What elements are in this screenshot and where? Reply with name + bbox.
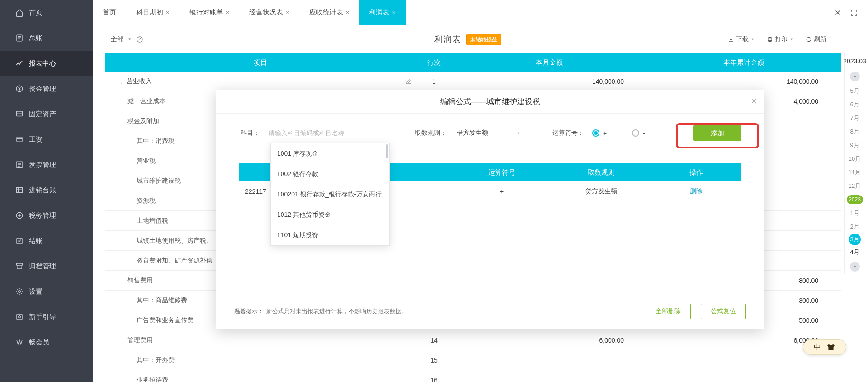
download-button[interactable]: 下载 <box>728 35 755 43</box>
modal-close-button[interactable]: × <box>751 96 757 107</box>
month-item[interactable]: 10月 <box>847 152 863 166</box>
tab-home[interactable]: 首页 <box>93 0 126 25</box>
month-item[interactable]: 12月 <box>847 179 863 193</box>
print-icon <box>767 36 773 43</box>
col-header-item: 项目 <box>105 58 416 67</box>
svg-rect-2 <box>16 111 23 116</box>
sidebar-item-ledger[interactable]: 总账 <box>0 25 93 51</box>
footer-actions: 全部删除 公式复位 <box>646 304 746 319</box>
sidebar-item-label: 固定资产 <box>29 110 56 119</box>
add-button[interactable]: 添加 <box>693 125 741 141</box>
shirt-icon <box>826 344 835 351</box>
table-row: 管理费用146,000.006,000.00 <box>105 330 841 350</box>
sidebar-item-label: 结账 <box>29 237 42 245</box>
close-all-icon[interactable] <box>834 9 842 17</box>
scroll-up-icon[interactable] <box>850 72 860 81</box>
funds-icon <box>14 85 25 93</box>
tab-operating-status[interactable]: 经营状况表× <box>239 0 299 25</box>
tab-bank-statement[interactable]: 银行对账单× <box>179 0 240 25</box>
month-item[interactable]: 7月 <box>847 111 863 125</box>
scroll-down-icon[interactable] <box>850 262 860 272</box>
current-period: 2023.03 <box>843 53 867 69</box>
subject-input[interactable] <box>268 126 381 140</box>
print-button[interactable]: 打印 <box>767 35 794 43</box>
dropdown-item[interactable]: 1101 短期投资 <box>271 225 389 245</box>
close-icon[interactable]: × <box>286 9 289 16</box>
topbar-right-controls <box>834 0 868 25</box>
dropdown-item[interactable]: 100201 银行存款_银行存款-万安商行 <box>271 184 389 205</box>
operator-label: 运算符号： <box>552 129 584 137</box>
operator-minus-radio[interactable]: - <box>632 129 645 137</box>
svg-rect-11 <box>17 314 22 320</box>
sidebar-item-label: 设置 <box>29 287 42 296</box>
tab-subject-initial[interactable]: 科目期初× <box>126 0 179 25</box>
svg-rect-9 <box>17 265 22 269</box>
reset-formula-button[interactable]: 公式复位 <box>701 304 746 319</box>
rule-select[interactable]: 借方发生额 <box>455 127 523 139</box>
month-item[interactable]: 8月 <box>847 125 863 138</box>
month-item[interactable]: 6月 <box>847 98 863 111</box>
modal-footer: 温馨提示： 新公式只对未出报表进行计算，不影响历史报表数据。 全部删除 公式复位 <box>216 296 764 329</box>
close-icon[interactable]: × <box>166 9 170 16</box>
sidebar-item-invoice[interactable]: 发票管理 <box>0 152 93 177</box>
month-item[interactable]: 5月 <box>847 84 863 98</box>
tab-profit-report[interactable]: 利润表× <box>359 0 406 25</box>
assets-icon <box>14 110 25 118</box>
tab-label: 银行对账单 <box>189 8 223 17</box>
rule-value: 借方发生额 <box>457 129 488 137</box>
edit-formula-icon[interactable] <box>405 77 412 85</box>
sidebar-item-guide[interactable]: 新手引导 <box>0 304 93 329</box>
help-icon[interactable] <box>136 36 143 43</box>
sidebar-item-fixed-assets[interactable]: 固定资产 <box>0 101 93 127</box>
month-item-active[interactable]: 3月 <box>849 234 861 245</box>
dropdown-item[interactable]: 1001 库存现金 <box>271 143 389 164</box>
table-row: 业务招待费16 <box>105 370 841 382</box>
close-icon[interactable]: × <box>392 9 396 16</box>
sidebar-item-funds[interactable]: 资金管理 <box>0 76 93 101</box>
sidebar-item-home[interactable]: 首页 <box>0 0 93 25</box>
cell-name: 其中：开办费 <box>105 356 416 364</box>
sidebar-item-archive[interactable]: 归档管理 <box>0 253 93 279</box>
refresh-button[interactable]: 刷新 <box>806 35 826 43</box>
sidebar-item-label: 报表中心 <box>29 59 56 68</box>
sidebar-item-settings[interactable]: 设置 <box>0 279 93 304</box>
sidebar-item-closing[interactable]: 结账 <box>0 228 93 253</box>
sidebar-item-vip[interactable]: 畅会员 <box>0 329 93 355</box>
year-badge[interactable]: 2023 <box>847 195 863 204</box>
dropdown-item[interactable]: 1012 其他货币资金 <box>271 205 389 225</box>
operator-plus-radio[interactable]: + <box>592 129 607 137</box>
sidebar-item-label: 发票管理 <box>29 161 56 169</box>
vip-icon <box>14 338 25 346</box>
ime-indicator[interactable]: 中 <box>803 339 846 355</box>
scrollbar[interactable] <box>386 144 388 158</box>
sidebar-item-label: 畅会员 <box>29 338 49 347</box>
sidebar-item-inventory[interactable]: 进销台账 <box>0 177 93 203</box>
month-item[interactable]: 4月 <box>847 245 863 259</box>
sidebar-item-tax[interactable]: 税务管理 <box>0 203 93 228</box>
month-item[interactable]: 9月 <box>847 138 863 152</box>
close-icon[interactable]: × <box>226 9 230 16</box>
month-item[interactable]: 1月 <box>847 206 863 220</box>
delete-all-button[interactable]: 全部删除 <box>646 304 691 319</box>
tax-icon <box>14 211 25 220</box>
home-icon <box>14 9 25 17</box>
closing-icon <box>14 237 25 245</box>
fullscreen-icon[interactable] <box>850 9 858 17</box>
tab-label: 应收统计表 <box>309 8 343 17</box>
sidebar-item-salary[interactable]: 工资 <box>0 127 93 152</box>
cell-name: 管理费用 <box>105 336 416 344</box>
inventory-icon <box>14 186 25 194</box>
svg-rect-3 <box>17 137 22 142</box>
close-icon[interactable]: × <box>346 9 349 16</box>
filter-dropdown[interactable]: 全部 <box>111 35 143 43</box>
period-selector: 2023.03 5月 6月 7月 8月 9月 10月 11月 12月 2023 … <box>844 53 864 274</box>
tab-receivable-stats[interactable]: 应收统计表× <box>299 0 359 25</box>
form-row: 科目： 取数规则： 借方发生额 运算符号： + - 添加 <box>239 125 741 141</box>
delete-row-link[interactable]: 删除 <box>690 187 703 195</box>
sidebar-item-reports[interactable]: 报表中心 <box>0 51 93 76</box>
month-item[interactable]: 2月 <box>847 220 863 234</box>
month-item[interactable]: 11月 <box>847 166 863 179</box>
dropdown-item[interactable]: 1002 银行存款 <box>271 164 389 184</box>
toolbar-actions: 下载 打印 刷新 <box>728 35 826 43</box>
table-row: 其中：开办费15 <box>105 350 841 370</box>
